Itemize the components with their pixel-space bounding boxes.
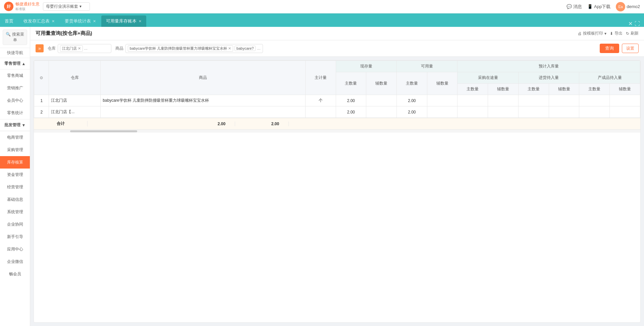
col-avail-main-header: 主数量	[396, 72, 427, 95]
nav-tab-actions: ✕ ⛶	[628, 20, 644, 27]
warehouse-filter-label: 仓库	[48, 46, 56, 51]
product-tag-close[interactable]: ✕	[228, 46, 231, 51]
col-incoming-aux-header: 辅数量	[549, 84, 579, 95]
sidebar-item-marketing[interactable]: 营销推广	[0, 82, 30, 94]
sidebar-item-ecommerce[interactable]: 电商管理	[0, 131, 30, 144]
page-title: 可用量查询(按仓库+商品)	[36, 30, 92, 37]
col-product-main-header: 主数量	[579, 84, 610, 95]
sidebar-item-system[interactable]: 系统管理	[0, 206, 30, 218]
sidebar-item-finance[interactable]: 资金管理	[0, 169, 30, 181]
cell-avail-main: 2.00	[396, 95, 427, 106]
logo-sub: 标准版	[15, 7, 40, 11]
sidebar-item-operation[interactable]: 经营管理	[0, 181, 30, 193]
cell-product	[101, 106, 306, 118]
top-bar-right: 💬 消息 📱 App下载 Ea demo2	[567, 2, 640, 11]
sidebar-item-app-center[interactable]: 应用中心	[0, 243, 30, 255]
tab-fullscreen-btn[interactable]: ⛶	[635, 21, 640, 27]
message-btn[interactable]: 💬 消息	[567, 4, 582, 10]
sidebar-item-retail-mgmt[interactable]: 零售管理 ▲	[0, 58, 30, 69]
sidebar-item-member-plus[interactable]: 畅会员	[0, 268, 30, 280]
filter-bar: » 仓库 江北门店 ✕ ... 商品 babycare学饮杯 儿童防摔防撞吸管杯…	[30, 40, 644, 57]
product-tag-babycare2: babycare?	[234, 46, 256, 51]
message-icon: 💬	[567, 4, 572, 9]
col-purchase-transit-header: 采购在途量	[458, 72, 518, 84]
sidebar-item-wholesale-mgmt[interactable]: 批发管理 ▼	[0, 120, 30, 131]
sidebar-finance-label: 资金管理	[7, 172, 23, 178]
warehouse-filter-tags[interactable]: 江北门店 ✕ ...	[58, 44, 111, 53]
cell-avail-aux	[427, 95, 458, 106]
sidebar-search-btn[interactable]: 🔍 搜索菜单	[3, 30, 27, 45]
tab-receipt-summary[interactable]: 收发存汇总表 ✕	[19, 15, 59, 27]
top-bar-left: 好 畅捷通好生意 标准版 母婴行业演示账套 ▾	[4, 2, 90, 11]
cell-incoming-main	[518, 95, 549, 106]
sidebar-basic-info-label: 基础信息	[7, 197, 23, 202]
cell-index: 2	[34, 106, 49, 118]
col-warehouse-header: 仓库	[49, 61, 101, 95]
col-product-header: 商品	[101, 61, 306, 95]
col-current-stock-header: 现存量	[336, 61, 396, 72]
cell-purchase-main	[458, 95, 488, 106]
sidebar-nav-label: 快捷导航	[7, 50, 23, 55]
tab-available-stock-close[interactable]: ✕	[139, 19, 142, 24]
footer-label: 合计	[54, 121, 88, 127]
product-tag-text: babycare学饮杯 儿童防摔防撞吸管杯重力球吸嘴杯宝宝水杯	[130, 46, 227, 51]
query-btn[interactable]: 查询	[600, 44, 619, 53]
footer-current-main: 2.00	[208, 122, 235, 126]
content-area: 可用量查询(按仓库+商品) 🖨 按模板打印 ▾ ⬇ 导出 ↻ 刷新 »	[30, 27, 644, 326]
tab-home[interactable]: 首页	[0, 15, 18, 27]
table-container[interactable]: ⚙ 仓库 商品 主计量 现存量 可用量 预计入库量 主数量 辅数量 主数量 辅数…	[34, 60, 641, 323]
tab-order-stats-close[interactable]: ✕	[93, 19, 96, 24]
table-settings-icon[interactable]: ⚙	[40, 76, 43, 80]
sidebar-search: 🔍 搜索菜单	[0, 27, 30, 48]
product-filter-more[interactable]: ...	[257, 46, 260, 51]
tab-order-stats[interactable]: 要货单统计表 ✕	[60, 15, 101, 27]
industry-select[interactable]: 母婴行业演示账套 ▾	[43, 2, 90, 11]
export-btn[interactable]: ⬇ 导出	[610, 31, 623, 36]
sidebar-item-enterprise-wechat[interactable]: 企业微信	[0, 255, 30, 268]
logo-text: 畅捷通好生意	[15, 2, 40, 6]
nav-tabs: 首页 收发存汇总表 ✕ 要货单统计表 ✕ 可用量库存账本 ✕ ✕ ⛶	[0, 13, 644, 27]
user-menu[interactable]: Ea demo2	[616, 2, 640, 11]
main-layout: 🔍 搜索菜单 快捷导航 零售管理 ▲ 零售商城 营销推广 会员中心 零售统计	[0, 27, 644, 326]
table-row: 1 江北门店 babycare学饮杯 儿童防摔防撞吸管杯重力球吸嘴杯宝宝水杯 个…	[34, 95, 640, 106]
cell-current-main: 2.00	[336, 95, 366, 106]
page-header: 可用量查询(按仓库+商品) 🖨 按模板打印 ▾ ⬇ 导出 ↻ 刷新	[30, 27, 644, 40]
sidebar-retail-stats-label: 零售统计	[7, 110, 23, 116]
tab-available-stock[interactable]: 可用量库存账本 ✕	[101, 15, 146, 27]
product-filter-label: 商品	[115, 46, 123, 51]
cell-avail-aux	[427, 106, 458, 118]
sidebar-system-label: 系统管理	[7, 209, 23, 215]
col-incoming-main-header: 主数量	[518, 84, 549, 95]
warehouse-tag-close[interactable]: ✕	[78, 46, 81, 51]
message-label: 消息	[573, 4, 582, 10]
sidebar-item-enterprise[interactable]: 企业协同	[0, 218, 30, 231]
sidebar-nav-btn[interactable]: 快捷导航	[0, 48, 30, 58]
cell-avail-main: 2.00	[396, 106, 427, 118]
print-btn[interactable]: 🖨 按模板打印 ▾	[578, 31, 606, 36]
sidebar-item-retail-stats[interactable]: 零售统计	[0, 107, 30, 119]
sidebar-item-basic-info[interactable]: 基础信息	[0, 193, 30, 206]
sidebar-item-retail-store[interactable]: 零售商城	[0, 69, 30, 82]
filter-actions: 查询 设置	[600, 44, 639, 53]
refresh-btn[interactable]: ↻ 刷新	[626, 31, 639, 36]
app-download-btn[interactable]: 📱 App下载	[587, 4, 610, 10]
sidebar-item-member[interactable]: 会员中心	[0, 94, 30, 107]
cell-unit: 个	[305, 95, 336, 106]
product-filter-tags[interactable]: babycare学饮杯 儿童防摔防撞吸管杯重力球吸嘴杯宝宝水杯 ✕ babyca…	[125, 44, 263, 53]
tab-receipt-summary-close[interactable]: ✕	[52, 19, 55, 24]
refresh-label: 刷新	[631, 31, 639, 36]
tab-close-all-btn[interactable]: ✕	[628, 20, 633, 27]
sidebar-item-purchase[interactable]: 采购管理	[0, 144, 30, 156]
warehouse-filter-more[interactable]: ...	[84, 46, 88, 51]
sidebar-item-new-guide[interactable]: 新手引导	[0, 231, 30, 243]
cell-purchase-main	[458, 106, 488, 118]
sidebar-retail-store-label: 零售商城	[7, 73, 23, 79]
sidebar-item-inventory[interactable]: 库存核算	[0, 156, 30, 169]
settings-btn[interactable]: 设置	[622, 44, 639, 53]
filter-expand-btn[interactable]: »	[36, 44, 44, 52]
sidebar-inventory-label: 库存核算	[7, 159, 23, 165]
warehouse-tag-text: 江北门店	[62, 46, 77, 51]
cell-current-main: 2.00	[336, 106, 366, 118]
cell-unit	[305, 106, 336, 118]
cell-index: 1	[34, 95, 49, 106]
